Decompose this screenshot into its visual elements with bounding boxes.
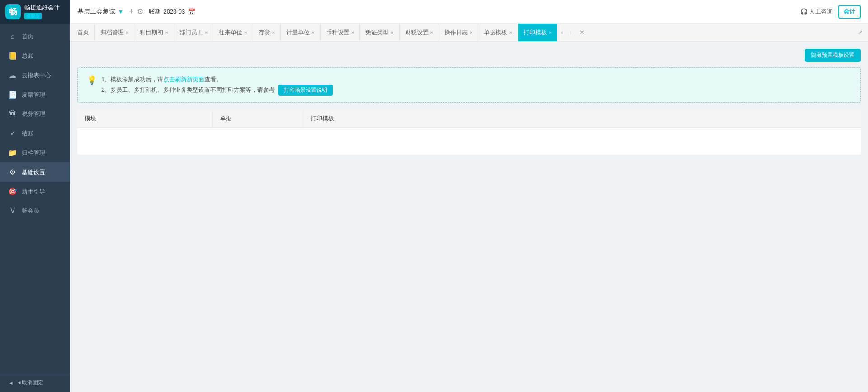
nav-icon-总账: 📒 bbox=[8, 52, 17, 60]
tab-计量单位[interactable]: 计量单位× bbox=[281, 24, 320, 42]
nav-icon-云报表中心: ☁ bbox=[8, 71, 17, 80]
service-button[interactable]: 🎧 人工咨询 bbox=[800, 8, 833, 16]
tab-财税设置[interactable]: 财税设置× bbox=[400, 24, 439, 42]
tab-close-icon[interactable]: × bbox=[126, 30, 128, 35]
nav-label: 归档管理 bbox=[22, 149, 45, 157]
nav-icon-结账: ✓ bbox=[8, 129, 17, 137]
col-module: 模块 bbox=[77, 110, 213, 127]
logo-icon: 畅 bbox=[5, 4, 21, 19]
hide-template-button[interactable]: 隐藏预置模板设置 bbox=[805, 49, 861, 62]
sidebar-item-新手引导[interactable]: 🎯新手引导 bbox=[0, 182, 70, 201]
col-document: 单据 bbox=[213, 110, 303, 127]
sidebar-item-归档管理[interactable]: 📁归档管理 bbox=[0, 143, 70, 162]
nav-icon-发票管理: 🧾 bbox=[8, 90, 17, 99]
main-area: 基层工会测试 ▼ + ⚙ 账期 2023-03 📅 🎧 人工咨询 会计 首页归档… bbox=[70, 0, 868, 392]
print-scene-button[interactable]: 打印场景设置说明 bbox=[278, 85, 333, 96]
tab-label: 归档管理 bbox=[100, 28, 124, 37]
period-label: 账期 bbox=[149, 8, 160, 16]
nav-icon-首页: ⌂ bbox=[8, 33, 17, 41]
tab-close-icon[interactable]: × bbox=[311, 30, 314, 35]
topbar: 基层工会测试 ▼ + ⚙ 账期 2023-03 📅 🎧 人工咨询 会计 bbox=[70, 0, 868, 24]
org-dropdown-icon: ▼ bbox=[118, 9, 123, 15]
tab-close-icon[interactable]: × bbox=[165, 30, 168, 35]
tab-首页[interactable]: 首页 bbox=[72, 24, 95, 42]
tab-close-icon[interactable]: × bbox=[391, 30, 393, 35]
info-line1-prefix: 1、模板添加成功后，请 bbox=[101, 76, 163, 83]
tab-操作日志[interactable]: 操作日志× bbox=[439, 24, 478, 42]
period-value: 2023-03 bbox=[163, 8, 185, 15]
sidebar-item-总账[interactable]: 📒总账 bbox=[0, 46, 70, 66]
tab-部门员工[interactable]: 部门员工× bbox=[174, 24, 213, 42]
kuaiji-button[interactable]: 会计 bbox=[838, 5, 861, 19]
tab-科目期初[interactable]: 科目期初× bbox=[134, 24, 174, 42]
tab-label: 部门员工 bbox=[179, 28, 203, 37]
tab-往来单位[interactable]: 往来单位× bbox=[213, 24, 253, 42]
tab-close-icon[interactable]: × bbox=[272, 30, 275, 35]
org-name: 基层工会测试 bbox=[77, 8, 115, 16]
calendar-icon[interactable]: 📅 bbox=[188, 8, 195, 15]
sidebar-nav: ⌂首页📒总账☁云报表中心🧾发票管理🏛税务管理✓结账📁归档管理⚙基础设置🎯新手引导… bbox=[0, 24, 70, 373]
page-content: 隐藏预置模板设置 💡 1、模板添加成功后，请点击刷新新页面查看。 2、多员工、多… bbox=[70, 42, 868, 392]
tab-归档管理[interactable]: 归档管理× bbox=[95, 24, 134, 42]
info-text: 1、模板添加成功后，请点击刷新新页面查看。 2、多员工、多打印机、多种业务类型设… bbox=[101, 74, 333, 96]
pin-icon: ◄ bbox=[8, 380, 14, 386]
col-print-template: 打印模板 bbox=[303, 110, 861, 127]
info-box: 💡 1、模板添加成功后，请点击刷新新页面查看。 2、多员工、多打印机、多种业务类… bbox=[77, 67, 861, 103]
tab-close-icon[interactable]: × bbox=[470, 30, 472, 35]
tab-label: 存货 bbox=[259, 28, 270, 37]
sidebar-item-基础设置[interactable]: ⚙基础设置 bbox=[0, 162, 70, 182]
table-header: 模块 单据 打印模板 bbox=[77, 110, 861, 128]
nav-icon-新手引导: 🎯 bbox=[8, 187, 17, 196]
tab-next-button[interactable]: › bbox=[566, 24, 576, 42]
nav-label: 云报表中心 bbox=[22, 71, 51, 80]
tab-存货[interactable]: 存货× bbox=[253, 24, 281, 42]
nav-label: 基础设置 bbox=[22, 168, 45, 176]
sidebar-item-首页[interactable]: ⌂首页 bbox=[0, 27, 70, 46]
nav-label: 税务管理 bbox=[22, 110, 45, 118]
tabbar: 首页归档管理×科目期初×部门员工×往来单位×存货×计量单位×币种设置×凭证类型×… bbox=[70, 24, 868, 42]
tab-close-icon[interactable]: × bbox=[244, 30, 247, 35]
topbar-org[interactable]: 基层工会测试 ▼ bbox=[77, 8, 123, 16]
info-line1-suffix: 查看。 bbox=[204, 76, 222, 83]
tab-label: 首页 bbox=[77, 28, 89, 37]
nav-label: 发票管理 bbox=[22, 91, 45, 99]
tab-close-icon[interactable]: × bbox=[509, 30, 512, 35]
tab-打印模板[interactable]: 打印模板× bbox=[518, 24, 557, 42]
topbar-period: 账期 2023-03 📅 bbox=[149, 8, 195, 16]
add-tab-button[interactable]: + bbox=[129, 7, 134, 16]
nav-label: 总账 bbox=[22, 52, 33, 60]
refresh-link[interactable]: 点击刷新新页面 bbox=[163, 76, 204, 83]
tab-prev-button[interactable]: ‹ bbox=[557, 24, 566, 42]
sidebar: 畅 畅捷通好会计 旗舰版 ⌂首页📒总账☁云报表中心🧾发票管理🏛税务管理✓结账📁归… bbox=[0, 0, 70, 392]
sidebar-item-畅会员[interactable]: V畅会员 bbox=[0, 201, 70, 220]
tab-label: 计量单位 bbox=[286, 28, 310, 37]
tab-close-icon[interactable]: × bbox=[430, 30, 433, 35]
nav-label: 结账 bbox=[22, 129, 33, 137]
sidebar-logo: 畅 畅捷通好会计 旗舰版 bbox=[0, 0, 70, 24]
nav-label: 新手引导 bbox=[22, 188, 45, 196]
nav-label: 首页 bbox=[22, 33, 33, 41]
action-row: 隐藏预置模板设置 bbox=[77, 49, 861, 62]
nav-icon-基础设置: ⚙ bbox=[8, 168, 17, 176]
nav-label: 畅会员 bbox=[22, 207, 39, 215]
tab-凭证类型[interactable]: 凭证类型× bbox=[360, 24, 399, 42]
tab-close-icon[interactable]: × bbox=[205, 30, 208, 35]
tab-close-icon[interactable]: × bbox=[351, 30, 354, 35]
tab-单据模板[interactable]: 单据模板× bbox=[478, 24, 518, 42]
tab-label: 打印模板 bbox=[524, 28, 547, 37]
settings-icon[interactable]: ⚙ bbox=[137, 7, 143, 16]
tab-币种设置[interactable]: 币种设置× bbox=[321, 24, 360, 42]
nav-icon-税务管理: 🏛 bbox=[8, 110, 17, 118]
sidebar-footer-cancel-pin[interactable]: ◄ ◄取消固定 bbox=[0, 373, 70, 392]
sidebar-item-云报表中心[interactable]: ☁云报表中心 bbox=[0, 66, 70, 85]
sidebar-item-税务管理[interactable]: 🏛税务管理 bbox=[0, 104, 70, 123]
topbar-right: 🎧 人工咨询 会计 bbox=[800, 5, 861, 19]
headset-icon: 🎧 bbox=[800, 8, 807, 15]
sidebar-item-结账[interactable]: ✓结账 bbox=[0, 123, 70, 143]
tab-close-icon[interactable]: × bbox=[549, 30, 552, 35]
tab-label: 单据模板 bbox=[484, 28, 507, 37]
tab-close-all-button[interactable]: ✕ bbox=[576, 24, 588, 42]
tab-label: 财税设置 bbox=[405, 28, 429, 37]
sidebar-item-发票管理[interactable]: 🧾发票管理 bbox=[0, 85, 70, 104]
tab-expand-button[interactable]: ⤢ bbox=[854, 24, 866, 42]
